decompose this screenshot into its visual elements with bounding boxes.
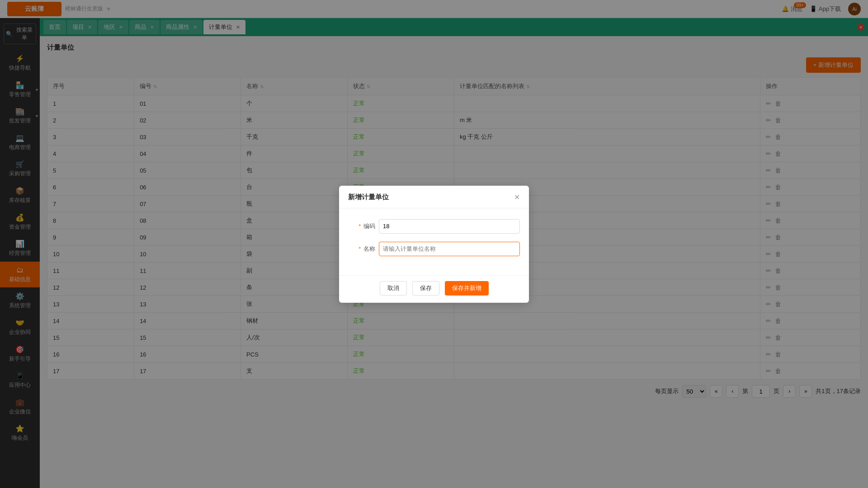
code-input[interactable] bbox=[379, 219, 520, 234]
form-row-code: * 编码 bbox=[348, 219, 520, 234]
save-button[interactable]: 保存 bbox=[412, 281, 439, 296]
modal-header: 新增计量单位 ✕ bbox=[339, 186, 529, 208]
name-label: * 名称 bbox=[348, 245, 375, 253]
cancel-button[interactable]: 取消 bbox=[380, 281, 407, 296]
modal-overlay[interactable]: 新增计量单位 ✕ * 编码 * 名称 取消 保存 保存并新增 bbox=[0, 0, 868, 488]
code-label: * 编码 bbox=[348, 222, 375, 230]
modal-title: 新增计量单位 bbox=[348, 193, 389, 202]
modal-close-button[interactable]: ✕ bbox=[514, 193, 520, 202]
save-and-new-button[interactable]: 保存并新增 bbox=[445, 281, 489, 296]
add-unit-modal: 新增计量单位 ✕ * 编码 * 名称 取消 保存 保存并新增 bbox=[339, 186, 529, 303]
modal-body: * 编码 * 名称 bbox=[339, 208, 529, 275]
form-row-name: * 名称 bbox=[348, 242, 520, 256]
name-input[interactable] bbox=[379, 242, 520, 256]
modal-footer: 取消 保存 保存并新增 bbox=[339, 275, 529, 303]
